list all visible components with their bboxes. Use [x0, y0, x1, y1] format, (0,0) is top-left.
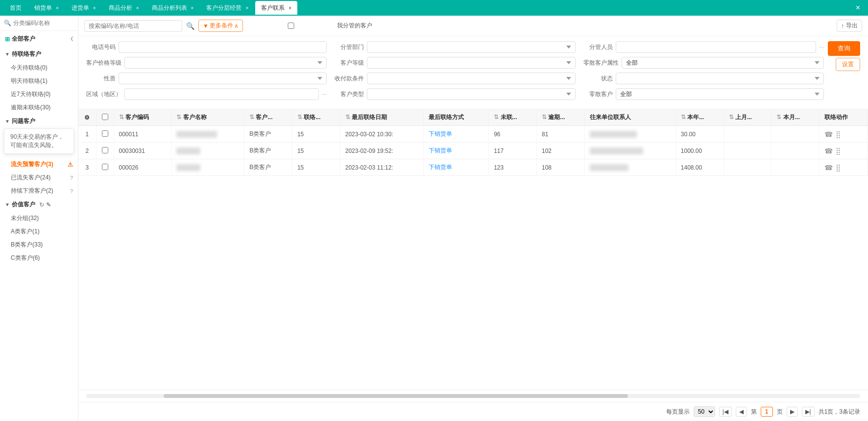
close-customer-tier-tab[interactable]: × — [245, 5, 248, 11]
contact-action-icon[interactable]: ☎ — [824, 147, 833, 155]
row-checkbox[interactable] — [96, 143, 114, 159]
sidebar-item-a-class[interactable]: A类客户(1) — [0, 225, 78, 238]
sidebar-collapse-icon[interactable]: 《 — [68, 36, 73, 43]
sidebar-item-churn-warning[interactable]: 流失预警客户(3) ⚠ — [0, 158, 78, 171]
phone-input[interactable] — [119, 41, 327, 53]
next-page-button[interactable]: ▶ — [787, 407, 798, 417]
sidebar-group-pending-contact[interactable]: ▼ 待联络客户 — [0, 47, 78, 61]
arrow-icon: ▼ — [5, 51, 10, 57]
more-action-icon[interactable]: ⣿ — [836, 164, 841, 172]
row-last-contact-method[interactable]: 下销货单 — [424, 126, 489, 143]
my-customers-check[interactable] — [247, 23, 335, 29]
sidebar-item-unclassified[interactable]: 未分组(32) — [0, 212, 78, 225]
sidebar-item-c-class[interactable]: C类客户(6) — [0, 251, 78, 265]
row-code: 000026 — [114, 159, 171, 176]
edit-icon[interactable]: ✎ — [46, 201, 51, 208]
tab-customer-tier[interactable]: 客户分层经营 × — [200, 1, 254, 15]
close-analysis-tab[interactable]: × — [136, 5, 139, 11]
sort-icon-10: ⇅ — [776, 114, 781, 121]
contact-action-icon[interactable]: ☎ — [824, 130, 833, 138]
prev-page-button[interactable]: ◀ — [736, 407, 747, 417]
row-last-contact-date: 2023-02-03 11:12: — [340, 159, 423, 176]
col-contact-header: ⇅ 联络... — [292, 109, 340, 126]
col-settings[interactable]: ⚙ — [78, 109, 96, 126]
filter-action-buttons: 查询 设置 — [828, 41, 860, 104]
close-sales-tab[interactable]: × — [56, 5, 59, 11]
more-action-icon[interactable]: ⣿ — [836, 147, 841, 155]
sidebar-group-value-customers[interactable]: ▼ 价值客户 ↻ ✎ — [0, 198, 78, 212]
per-page-select[interactable]: 50 — [694, 406, 715, 417]
last-page-button[interactable]: ▶| — [802, 407, 815, 417]
row-last-contact-method[interactable]: 下销货单 — [424, 143, 489, 159]
filter-row-3: 性质 收付款条件 状态 — [86, 73, 824, 84]
sidebar-item-today-contact[interactable]: 今天待联络(0) — [0, 61, 78, 74]
problem-customers-tooltip: 90天未交易的客户，可能有流失风险。 — [4, 128, 74, 154]
customer-type-select[interactable] — [367, 88, 575, 100]
payment-select[interactable] — [367, 73, 575, 84]
more-conditions-button[interactable]: ▼ 更多条件 ∧ — [198, 20, 243, 32]
close-customer-contact-tab[interactable]: × — [289, 5, 291, 11]
row-select-checkbox[interactable] — [102, 164, 108, 170]
my-customers-checkbox[interactable]: 我分管的客户 — [247, 22, 372, 30]
refresh-icon[interactable]: ↻ — [39, 201, 44, 208]
horizontal-scrollbar[interactable] — [86, 394, 860, 398]
status-select[interactable] — [616, 73, 824, 84]
tab-home[interactable]: 首页 — [4, 1, 27, 15]
tab-purchase[interactable]: 进货单 × — [66, 1, 102, 15]
sidebar-item-churned[interactable]: 已流失客户(24) ? — [0, 171, 78, 184]
sidebar-item-declining[interactable]: 持续下滑客户(2) ? — [0, 184, 78, 198]
region-input[interactable] — [124, 88, 319, 100]
export-button[interactable]: ↑ 导出 — [837, 20, 862, 32]
question-icon-2: ? — [70, 188, 73, 194]
sidebar-item-b-class[interactable]: B类客户(33) — [0, 238, 78, 251]
row-last-contact-method[interactable]: 下销货单 — [424, 159, 489, 176]
manager-input[interactable] — [616, 41, 816, 53]
dept-select[interactable] — [367, 41, 575, 53]
tab-sales[interactable]: 销货单 × — [28, 1, 65, 15]
tab-analysis-list[interactable]: 商品分析列表 × — [146, 1, 200, 15]
row-checkbox[interactable] — [96, 126, 114, 143]
region-dots[interactable]: ··· — [322, 91, 327, 98]
contact-method-link[interactable]: 下销货单 — [429, 147, 452, 154]
contact-method-link[interactable]: 下销货单 — [429, 164, 452, 171]
close-analysis-list-tab[interactable]: × — [191, 5, 194, 11]
manager-dots[interactable]: ··· — [819, 44, 824, 50]
col-last-month: ⇅ 上月... — [723, 109, 772, 126]
search-input[interactable] — [84, 20, 182, 32]
close-window-button[interactable]: × — [852, 3, 864, 12]
sidebar-search-input[interactable] — [13, 20, 78, 26]
sidebar-item-overdue-contact[interactable]: 逾期未联络(30) — [0, 101, 78, 114]
filter-cell-dept: 分管部门 — [335, 41, 575, 53]
customer-table: ⚙ ⇅ 客户编码 ⇅ 客户名称 ⇅ 客户... — [78, 109, 868, 176]
col-checkbox-all[interactable] — [96, 109, 114, 126]
sort-icon: ⇅ — [119, 114, 124, 121]
gender-select[interactable] — [119, 73, 327, 84]
close-purchase-tab[interactable]: × — [93, 5, 96, 11]
price-level-select[interactable] — [124, 57, 327, 69]
row-current-month — [772, 143, 820, 159]
select-all-checkbox[interactable] — [102, 114, 108, 120]
current-page-number: 1 — [761, 407, 773, 417]
sidebar-all-customers[interactable]: ⊞ 全部客户 《 — [0, 31, 78, 47]
tab-analysis[interactable]: 商品分析 × — [103, 1, 145, 15]
sidebar-item-7day-contact[interactable]: 近7天待联络(0) — [0, 88, 78, 101]
search-button[interactable]: 🔍 — [186, 22, 194, 30]
row-select-checkbox[interactable] — [102, 147, 108, 153]
row-code: 00030031 — [114, 143, 171, 159]
first-page-button[interactable]: |◀ — [719, 407, 732, 417]
tab-customer-contact[interactable]: 客户联系 × — [255, 1, 297, 15]
col-customer-type-header: ⇅ 客户... — [244, 109, 292, 126]
contact-method-link[interactable]: 下销货单 — [429, 130, 452, 137]
zero-customer-select[interactable]: 全部 — [616, 88, 824, 100]
customer-level-select[interactable] — [367, 57, 575, 69]
row-contact: 15 — [292, 126, 340, 143]
zero-attr-select[interactable]: 全部 — [622, 57, 824, 69]
contact-action-icon[interactable]: ☎ — [824, 164, 833, 172]
sidebar-item-tomorrow-contact[interactable]: 明天待联络(1) — [0, 74, 78, 88]
row-select-checkbox[interactable] — [102, 130, 108, 137]
more-action-icon[interactable]: ⣿ — [836, 130, 841, 138]
row-checkbox[interactable] — [96, 159, 114, 176]
settings-button[interactable]: 设置 — [836, 58, 860, 71]
query-button[interactable]: 查询 — [828, 41, 860, 56]
sidebar-group-problem-customers[interactable]: ▼ 问题客户 — [0, 114, 78, 128]
